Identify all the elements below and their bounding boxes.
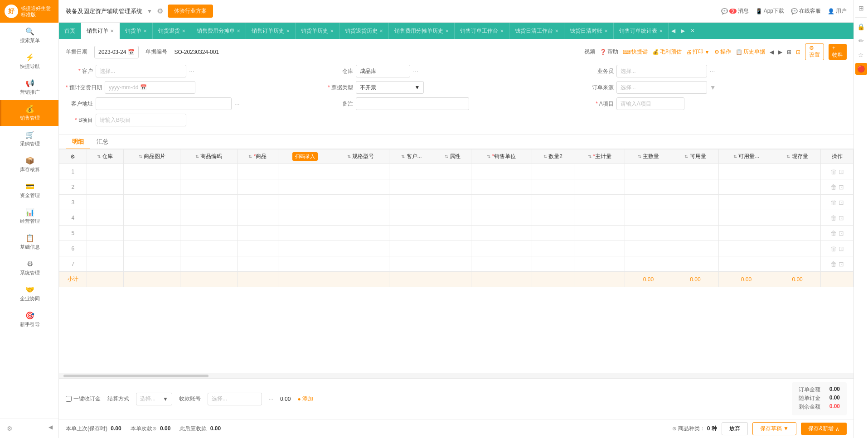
td-current_stock[interactable] bbox=[774, 226, 820, 241]
td-spec[interactable] bbox=[332, 256, 389, 272]
td-available2[interactable] bbox=[719, 241, 774, 256]
td-warehouse[interactable] bbox=[87, 179, 123, 195]
tab-close-icon[interactable]: ✕ bbox=[555, 29, 558, 34]
toolbar-expand[interactable]: ⊡ bbox=[796, 49, 800, 55]
receipt-more-icon[interactable]: ··· bbox=[269, 396, 273, 402]
td-attribute[interactable] bbox=[434, 195, 471, 210]
tab-close-icon[interactable]: ✕ bbox=[659, 29, 663, 34]
td-spec[interactable] bbox=[332, 195, 389, 210]
customer-input[interactable]: 选择... bbox=[96, 65, 186, 77]
td-attribute[interactable] bbox=[434, 226, 471, 241]
td-current_stock[interactable] bbox=[774, 241, 820, 256]
td-unit[interactable] bbox=[471, 195, 532, 210]
tab-3[interactable]: 销货退货✕ bbox=[153, 23, 191, 39]
td-main_qty[interactable] bbox=[625, 179, 672, 195]
save-new-arrow[interactable]: ∧ bbox=[835, 426, 839, 432]
th-settings-icon[interactable]: ⚙ bbox=[70, 154, 75, 160]
invoice-type-select[interactable]: 不开票 ▼ bbox=[356, 81, 424, 94]
sidebar-item-销售管理[interactable]: 💰销售管理 bbox=[0, 100, 58, 126]
staff-input[interactable]: 选择... bbox=[616, 65, 707, 77]
td-current_stock[interactable] bbox=[774, 164, 820, 179]
collapse-icon[interactable]: ◀ bbox=[46, 423, 55, 432]
td-warehouse[interactable] bbox=[87, 226, 123, 241]
tab-close-icon[interactable]: ✕ bbox=[604, 29, 608, 34]
sidebar-item-库存核算[interactable]: 📦库存核算 bbox=[0, 152, 58, 178]
tab-close-icon[interactable]: ✕ bbox=[286, 29, 290, 34]
td-goods_code[interactable] bbox=[180, 210, 237, 226]
system-dropdown-icon[interactable]: ▼ bbox=[147, 8, 152, 14]
td-attribute[interactable] bbox=[434, 210, 471, 226]
td-actions[interactable]: 🗑⊡ bbox=[821, 179, 853, 195]
operation-label[interactable]: ⚙ 操作 bbox=[714, 48, 731, 56]
toolbar-grid[interactable]: ⊞ bbox=[787, 49, 791, 55]
help-label[interactable]: ❓ 帮助 bbox=[600, 48, 618, 56]
tab-prev[interactable]: ◀ bbox=[669, 28, 678, 34]
rs-grid-icon[interactable]: ⊞ bbox=[855, 2, 867, 14]
td-settings[interactable]: 2 bbox=[59, 179, 87, 195]
td-qty2[interactable] bbox=[532, 195, 574, 210]
history-label[interactable]: 📋 历史单据 bbox=[736, 48, 765, 56]
td-actions[interactable]: 🗑⊡ bbox=[821, 210, 853, 226]
sidebar-item-新手引导[interactable]: 🎯新手引导 bbox=[0, 307, 58, 332]
save-draft-arrow[interactable]: ▼ bbox=[783, 425, 789, 432]
tab-0[interactable]: 首页 bbox=[59, 23, 81, 39]
save-draft-btn[interactable]: 保存草稿 ▼ bbox=[752, 422, 796, 435]
td-qty2[interactable] bbox=[532, 164, 574, 179]
td-spec[interactable] bbox=[332, 241, 389, 256]
settlement-select[interactable]: 选择... ▼ bbox=[136, 393, 172, 405]
rs-star-icon[interactable]: ☆ bbox=[855, 49, 867, 61]
tab-close-icon[interactable]: ✕ bbox=[379, 29, 383, 34]
message-icon[interactable]: 💬 9 消息 bbox=[721, 7, 749, 15]
delete-icon[interactable]: 🗑 bbox=[830, 260, 837, 268]
remark-input[interactable] bbox=[356, 97, 469, 110]
td-spec[interactable] bbox=[332, 179, 389, 195]
delete-icon[interactable]: 🗑 bbox=[830, 199, 837, 206]
delete-icon[interactable]: 🗑 bbox=[830, 245, 837, 252]
warehouse-input[interactable]: 成品库 bbox=[356, 65, 410, 77]
td-spec[interactable] bbox=[332, 210, 389, 226]
td-goods_name[interactable] bbox=[237, 164, 278, 179]
copy-icon[interactable]: ⊡ bbox=[839, 230, 844, 237]
tab-close-icon[interactable]: ✕ bbox=[445, 29, 449, 34]
tab-close-all[interactable]: ✕ bbox=[688, 28, 698, 34]
tab-5[interactable]: 销售订单历史✕ bbox=[246, 23, 296, 39]
td-scan[interactable] bbox=[278, 210, 332, 226]
td-goods_code[interactable] bbox=[180, 179, 237, 195]
td-attribute[interactable] bbox=[434, 179, 471, 195]
shortcut-label[interactable]: ⌨ 快捷键 bbox=[623, 48, 648, 56]
delete-icon[interactable]: 🗑 bbox=[830, 214, 837, 221]
tab-close-icon[interactable]: ✕ bbox=[330, 29, 334, 34]
view-label[interactable]: 视频 bbox=[584, 48, 595, 56]
td-unit[interactable] bbox=[471, 164, 532, 179]
td-goods_code[interactable] bbox=[180, 226, 237, 241]
settings-btn[interactable]: ⚙ 设置 bbox=[805, 43, 824, 60]
td-warehouse[interactable] bbox=[87, 210, 123, 226]
td-warehouse[interactable] bbox=[87, 256, 123, 272]
td-customer_code[interactable] bbox=[389, 164, 434, 179]
td-qty2[interactable] bbox=[532, 241, 574, 256]
sidebar-item-营销推广[interactable]: 📢营销推广 bbox=[0, 74, 58, 100]
td-actions[interactable]: 🗑⊡ bbox=[821, 226, 853, 241]
td-settings[interactable]: 5 bbox=[59, 226, 87, 241]
td-actions[interactable]: 🗑⊡ bbox=[821, 241, 853, 256]
tab-10[interactable]: 钱货日清工作台✕ bbox=[509, 23, 564, 39]
td-main_qty[interactable] bbox=[625, 195, 672, 210]
td-actions[interactable]: 🗑⊡ bbox=[821, 195, 853, 210]
td-main_unit[interactable] bbox=[574, 210, 625, 226]
receipt-account-input[interactable]: 选择... bbox=[208, 393, 262, 405]
td-settings[interactable]: 3 bbox=[59, 195, 87, 210]
tab-11[interactable]: 钱货日清对账✕ bbox=[564, 23, 614, 39]
td-qty2[interactable] bbox=[532, 256, 574, 272]
td-settings[interactable]: 1 bbox=[59, 164, 87, 179]
sidebar-item-搜索菜单[interactable]: 🔍搜索菜单 bbox=[0, 23, 58, 48]
table-wrap[interactable]: ⚙⇅ 仓库⇅ 商品图片⇅ 商品编码⇅ *商品扫码录入⇅ 规格型号⇅ 客户...⇅… bbox=[59, 149, 853, 373]
td-unit[interactable] bbox=[471, 241, 532, 256]
copy-icon[interactable]: ⊡ bbox=[839, 183, 844, 191]
tab-7[interactable]: 销货退货历史✕ bbox=[339, 23, 389, 39]
td-customer_code[interactable] bbox=[389, 179, 434, 195]
td-customer_code[interactable] bbox=[389, 226, 434, 241]
tab-4[interactable]: 销售费用分摊单✕ bbox=[191, 23, 246, 39]
td-available2[interactable] bbox=[719, 256, 774, 272]
copy-icon[interactable]: ⊡ bbox=[839, 199, 844, 206]
address-more-icon[interactable]: ··· bbox=[234, 100, 240, 107]
